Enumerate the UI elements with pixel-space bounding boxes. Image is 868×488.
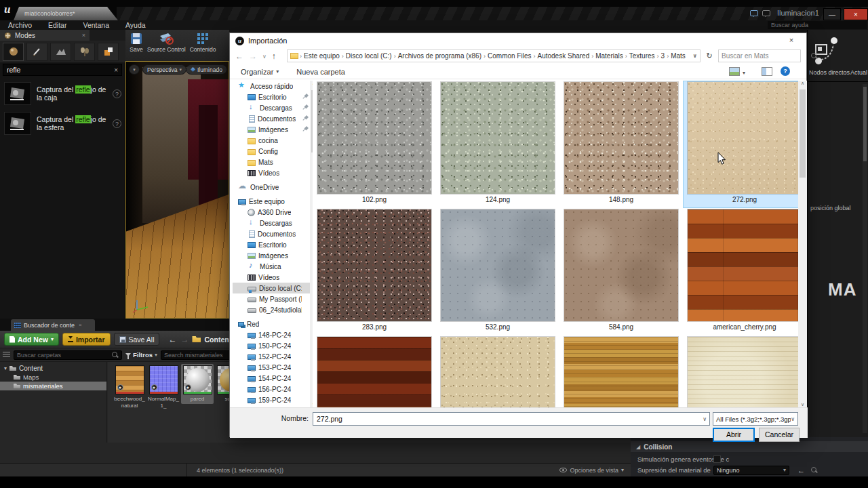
nav-item[interactable]: 154-PC-24 bbox=[233, 373, 310, 384]
dialog-close-button[interactable]: × bbox=[776, 33, 806, 47]
scrollbar-thumb[interactable] bbox=[800, 89, 806, 178]
asset-thumbnail[interactable] bbox=[115, 365, 144, 394]
file-item[interactable]: 272.png bbox=[683, 81, 806, 208]
modes-tab[interactable]: Modes bbox=[0, 30, 90, 41]
nav-item[interactable]: cocina bbox=[233, 135, 310, 146]
breadcrumb-segment[interactable]: Materials bbox=[593, 52, 625, 60]
collapse-sources-icon[interactable] bbox=[3, 352, 10, 358]
nav-item[interactable]: Escritorio bbox=[233, 239, 310, 250]
folder-search-input[interactable] bbox=[17, 352, 112, 359]
address-bar[interactable]: Este equipo Disco local (C:) Archivos de… bbox=[287, 49, 701, 62]
file-thumbnail[interactable] bbox=[441, 82, 555, 194]
filetype-dropdown[interactable]: All Files (*.3g2;*.3gp;*.3gpp;*.3g bbox=[713, 412, 798, 426]
file-thumbnail[interactable] bbox=[317, 209, 431, 321]
breadcrumb-segment[interactable]: Mats bbox=[669, 52, 688, 60]
recent-locations-icon[interactable] bbox=[262, 54, 267, 60]
file-thumbnail[interactable] bbox=[564, 82, 678, 194]
breadcrumb-segment[interactable]: Textures bbox=[627, 52, 657, 60]
simulation-events-checkbox[interactable] bbox=[713, 455, 721, 463]
file-item[interactable]: american_cherry.png bbox=[683, 208, 806, 336]
menu-item[interactable]: Archivo bbox=[0, 20, 40, 30]
back-icon[interactable] bbox=[235, 52, 243, 61]
asset-item[interactable]: NormalMap_ 1_ bbox=[147, 364, 180, 410]
address-dropdown-icon[interactable] bbox=[693, 53, 698, 59]
perspective-button[interactable]: Perspectiva bbox=[142, 64, 186, 75]
nav-item[interactable]: Red bbox=[233, 319, 310, 329]
nav-item[interactable]: Imágenes bbox=[233, 124, 310, 135]
tree-item[interactable]: mismateriales bbox=[0, 382, 106, 390]
thumbnail-view-icon[interactable] bbox=[729, 67, 740, 76]
view-dropdown-icon[interactable] bbox=[743, 70, 745, 76]
breadcrumb-segment[interactable]: Disco local (C:) bbox=[344, 52, 394, 60]
folder-search-box[interactable] bbox=[14, 350, 122, 360]
modes-search-box[interactable] bbox=[3, 64, 122, 76]
nav-item[interactable]: Mats bbox=[233, 157, 310, 167]
scroll-up-icon[interactable]: ∧ bbox=[801, 81, 804, 85]
file-thumbnail[interactable] bbox=[688, 209, 802, 321]
landscape-mode-button[interactable] bbox=[50, 43, 71, 61]
scrollbar-thumb[interactable] bbox=[863, 87, 867, 161]
nav-item[interactable]: Música bbox=[233, 261, 310, 272]
filename-dropdown-icon[interactable] bbox=[703, 416, 707, 422]
nav-item[interactable]: 150-PC-24 bbox=[233, 340, 310, 351]
file-thumbnail[interactable] bbox=[441, 209, 555, 321]
nav-item[interactable]: Vídeos bbox=[233, 167, 310, 178]
modes-search-input[interactable] bbox=[7, 66, 114, 74]
source-control-button[interactable]: Source Control bbox=[147, 32, 186, 53]
asset-thumbnail[interactable] bbox=[149, 365, 178, 394]
organize-button[interactable]: Organizar bbox=[241, 68, 279, 76]
actualize-label[interactable]: Actual bbox=[850, 69, 867, 76]
back-icon[interactable] bbox=[168, 335, 176, 344]
asset-item[interactable]: pared bbox=[181, 364, 214, 404]
breadcrumb-segment[interactable]: Este equipo bbox=[302, 52, 342, 60]
menu-item[interactable]: Editar bbox=[40, 20, 75, 30]
save-all-button[interactable]: Save All bbox=[114, 333, 160, 346]
minimize-button[interactable]: — bbox=[823, 8, 841, 20]
panel-scrollbar[interactable] bbox=[863, 84, 867, 433]
view-options-button[interactable]: Opciones de vista bbox=[559, 467, 624, 474]
file-item[interactable] bbox=[436, 336, 559, 407]
close-icon[interactable] bbox=[79, 322, 82, 328]
help-icon[interactable]: ? bbox=[781, 66, 790, 76]
asset-item[interactable]: beechwood_ natural bbox=[113, 364, 146, 410]
cancel-button[interactable]: Cancelar bbox=[759, 428, 800, 442]
direct-nodes-label[interactable]: Nodos directos bbox=[809, 69, 850, 76]
message-icon[interactable] bbox=[762, 10, 770, 16]
up-icon[interactable] bbox=[272, 52, 276, 61]
breadcrumb-segment[interactable]: 3 bbox=[659, 52, 667, 60]
file-item[interactable]: 148.png bbox=[559, 81, 683, 208]
add-new-button[interactable]: Add New bbox=[4, 333, 59, 346]
file-item[interactable]: 283.png bbox=[313, 208, 436, 336]
nav-item[interactable]: My Passport (D:) bbox=[233, 293, 310, 304]
import-button[interactable]: Importar bbox=[62, 333, 111, 346]
dialog-title-bar[interactable]: u Importación × bbox=[230, 33, 806, 48]
tree-item[interactable]: Maps bbox=[0, 373, 106, 382]
forward-icon[interactable] bbox=[249, 52, 257, 61]
file-item[interactable] bbox=[559, 336, 683, 407]
file-item[interactable]: 124.png bbox=[436, 81, 559, 208]
breadcrumb-segment[interactable]: Archivos de programa (x86) bbox=[396, 52, 484, 60]
place-mode-button[interactable] bbox=[3, 43, 24, 61]
close-icon[interactable] bbox=[82, 32, 85, 39]
file-item[interactable]: 102.png bbox=[313, 81, 436, 208]
dialog-search-input[interactable] bbox=[722, 52, 811, 60]
file-item[interactable] bbox=[313, 336, 436, 407]
scroll-down-icon[interactable]: ∨ bbox=[798, 402, 807, 407]
close-button[interactable]: × bbox=[844, 8, 868, 20]
nav-item[interactable]: Descargas bbox=[233, 102, 310, 113]
menu-item[interactable]: Ayuda bbox=[117, 20, 154, 30]
nav-item[interactable]: Disco local (C:) bbox=[233, 283, 310, 293]
new-folder-button[interactable]: Nueva carpeta bbox=[296, 68, 345, 76]
file-thumbnail[interactable] bbox=[564, 209, 678, 321]
nav-item[interactable]: Este equipo bbox=[233, 196, 310, 207]
paint-mode-button[interactable] bbox=[26, 43, 47, 61]
breadcrumb-root[interactable]: Content bbox=[204, 336, 231, 344]
nav-item[interactable]: Imágenes bbox=[233, 250, 310, 261]
content-browser-tab[interactable]: Buscador de conte bbox=[11, 319, 95, 331]
nav-item[interactable]: Vídeos bbox=[233, 272, 310, 283]
level-tab[interactable]: miaticonoloborres* bbox=[14, 7, 118, 20]
file-list-scrollbar[interactable]: ∧ ∨ bbox=[798, 81, 807, 407]
file-thumbnail[interactable] bbox=[564, 337, 678, 407]
file-item[interactable]: 532.png bbox=[436, 208, 559, 336]
nav-item[interactable]: Documentos bbox=[233, 228, 310, 239]
